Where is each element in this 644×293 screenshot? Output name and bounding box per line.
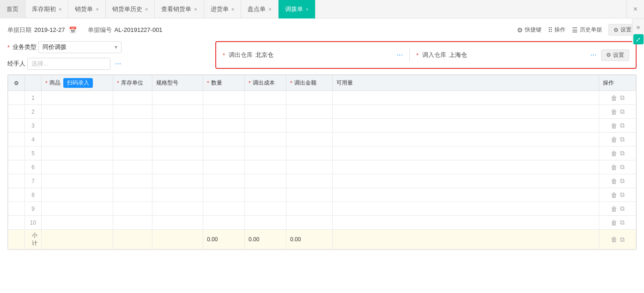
handler-more-icon[interactable]: ··· xyxy=(115,60,121,68)
delete-row-icon-11[interactable]: 🗑 xyxy=(611,236,617,243)
row-qty-cell-3[interactable] xyxy=(203,119,245,133)
tab-sales-order[interactable]: 销货单 × xyxy=(68,0,105,18)
row-available-cell-7 xyxy=(333,174,599,188)
target-warehouse-value[interactable]: 上海仓 xyxy=(449,51,585,59)
delete-row-icon-9[interactable]: 🗑 xyxy=(611,205,617,213)
delete-row-icon-10[interactable]: 🗑 xyxy=(611,219,617,226)
row-product-cell-2[interactable] xyxy=(42,105,113,119)
tab-transfer-order[interactable]: 调拨单 × xyxy=(279,0,316,18)
delete-row-icon-3[interactable]: 🗑 xyxy=(611,122,617,129)
delete-row-icon-1[interactable]: 🗑 xyxy=(611,94,617,102)
row-qty-cell-1[interactable] xyxy=(203,91,245,105)
th-operation: 操作 xyxy=(599,75,636,91)
warehouse-setting-button[interactable]: ⚙ 设置 xyxy=(601,49,629,61)
business-type-required: * xyxy=(7,44,10,51)
subtotal-spec-cell xyxy=(152,230,203,250)
th-rownum xyxy=(25,75,42,91)
delete-row-icon-4[interactable]: 🗑 xyxy=(611,136,617,143)
table-row: 10 🗑 ⧉ xyxy=(8,216,636,230)
row-product-cell-10[interactable] xyxy=(42,216,113,230)
tab-view-sales[interactable]: 查看销货单 × xyxy=(155,0,204,18)
target-warehouse-more-icon[interactable]: ··· xyxy=(590,51,596,59)
handler-select[interactable]: 选择... xyxy=(27,58,110,70)
delete-row-icon-6[interactable]: 🗑 xyxy=(611,164,617,171)
row-qty-cell-10[interactable] xyxy=(203,216,245,230)
scan-entry-button[interactable]: 扫码录入 xyxy=(63,78,93,88)
row-product-cell-4[interactable] xyxy=(42,133,113,146)
row-cost-cell-9 xyxy=(245,202,286,216)
copy-row-icon-6[interactable]: ⧉ xyxy=(620,163,625,171)
row-product-cell-7[interactable] xyxy=(42,174,113,188)
source-warehouse-more-icon[interactable]: ··· xyxy=(397,51,403,59)
copy-row-icon-5[interactable]: ⧉ xyxy=(620,149,625,157)
tab-close-sales-order[interactable]: × xyxy=(96,6,98,12)
business-type-select[interactable]: 同价调拨 ▾ xyxy=(38,41,122,53)
sidebar-list-icon[interactable]: ≡ xyxy=(633,22,644,32)
row-product-cell-5[interactable] xyxy=(42,146,113,160)
row-qty-cell-8[interactable] xyxy=(203,188,245,202)
row-product-cell-8[interactable] xyxy=(42,188,113,202)
row-cost-cell-8 xyxy=(245,188,286,202)
tab-close-inventory-init[interactable]: × xyxy=(59,6,61,12)
tab-purchase-order[interactable]: 进货单 × xyxy=(204,0,241,18)
row-qty-cell-6[interactable] xyxy=(203,160,245,174)
tab-close-transfer-order[interactable]: × xyxy=(306,6,309,12)
history-order-button[interactable]: ☰ 历史单据 xyxy=(572,26,602,34)
handler-label: 经手人 xyxy=(7,60,25,68)
tab-close-view-sales[interactable]: × xyxy=(194,6,197,12)
table-row: 小计 0.00 0.00 0.00 🗑 ⧉ xyxy=(8,230,636,250)
subtotal-op-cell: 🗑 ⧉ xyxy=(599,230,636,250)
date-value[interactable]: 2019-12-27 xyxy=(34,26,65,33)
tab-inventory-check[interactable]: 盘点单 × xyxy=(241,0,278,18)
copy-row-icon-8[interactable]: ⧉ xyxy=(620,191,625,199)
row-spec-cell-7 xyxy=(152,174,203,188)
tab-inventory-init[interactable]: 库存期初 × xyxy=(25,0,68,18)
table-gear-icon[interactable]: ⚙ xyxy=(14,80,19,86)
row-gear-cell-8 xyxy=(8,188,25,202)
table-row: 2 🗑 ⧉ xyxy=(8,105,636,119)
copy-row-icon-4[interactable]: ⧉ xyxy=(620,135,625,143)
table-row: 5 🗑 ⧉ xyxy=(8,146,636,160)
delete-row-icon-7[interactable]: 🗑 xyxy=(611,177,617,185)
copy-row-icon-3[interactable]: ⧉ xyxy=(620,122,625,129)
copy-row-icon-7[interactable]: ⧉ xyxy=(620,177,625,185)
row-product-cell-9[interactable] xyxy=(42,202,113,216)
subtotal-available-cell xyxy=(333,230,599,250)
copy-row-icon-11[interactable]: ⧉ xyxy=(620,236,625,244)
sidebar-expand-icon[interactable]: ⤢ xyxy=(633,34,644,44)
copy-row-icon-10[interactable]: ⧉ xyxy=(620,219,625,226)
row-product-cell-6[interactable] xyxy=(42,160,113,174)
window-close-button[interactable]: × xyxy=(626,0,644,18)
tab-close-purchase-order[interactable]: × xyxy=(231,6,234,12)
tab-close-inventory-check[interactable]: × xyxy=(268,6,271,12)
copy-row-icon-2[interactable]: ⧉ xyxy=(620,108,625,116)
calendar-icon[interactable]: 📅 xyxy=(69,26,77,34)
copy-row-icon-9[interactable]: ⧉ xyxy=(620,205,625,213)
tab-home[interactable]: 首页 xyxy=(0,0,25,18)
row-product-cell-1[interactable] xyxy=(42,91,113,105)
row-qty-cell-7[interactable] xyxy=(203,174,245,188)
row-product-cell-3[interactable] xyxy=(42,119,113,133)
row-cost-cell-4 xyxy=(245,133,286,146)
row-qty-cell-9[interactable] xyxy=(203,202,245,216)
row-unit-cell-10 xyxy=(113,216,152,230)
row-qty-cell-5[interactable] xyxy=(203,146,245,160)
tab-close-sales-history[interactable]: × xyxy=(145,6,148,12)
date-field: 单据日期 2019-12-27 📅 xyxy=(7,26,77,34)
table-row: 1 🗑 ⧉ xyxy=(8,91,636,105)
row-available-cell-8 xyxy=(333,188,599,202)
source-warehouse-value[interactable]: 北京仓 xyxy=(255,51,391,59)
row-qty-cell-2[interactable] xyxy=(203,105,245,119)
row-qty-cell-4[interactable] xyxy=(203,133,245,146)
copy-row-icon-1[interactable]: ⧉ xyxy=(620,94,625,102)
date-label: 单据日期 xyxy=(7,26,31,34)
delete-row-icon-8[interactable]: 🗑 xyxy=(611,191,617,199)
delete-row-icon-5[interactable]: 🗑 xyxy=(611,150,617,157)
row-gear-cell-5 xyxy=(8,146,25,160)
delete-row-icon-2[interactable]: 🗑 xyxy=(611,108,617,116)
row-num-cell-6: 6 xyxy=(25,160,42,174)
shortcut-key-button[interactable]: ⚙ 快捷键 xyxy=(517,26,541,34)
subtotal-unit-cell xyxy=(113,230,152,250)
operation-button[interactable]: ⠿ 操作 xyxy=(548,26,565,34)
tab-sales-history[interactable]: 销货单历史 × xyxy=(106,0,155,18)
